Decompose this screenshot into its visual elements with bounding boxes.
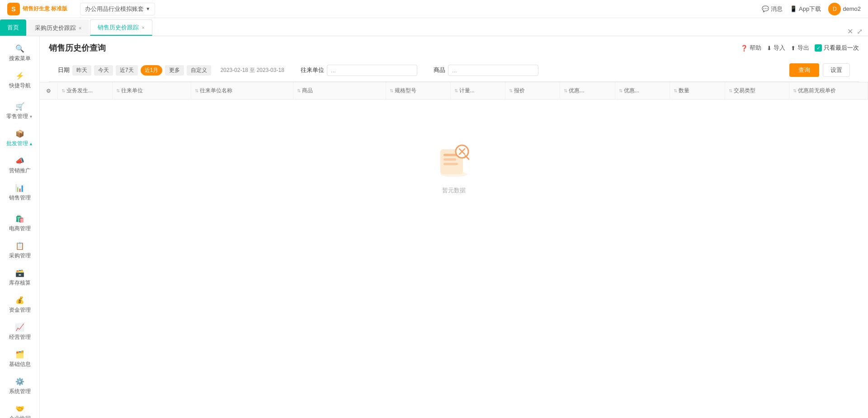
table-header: ⚙ ⇅ 业务发生... ⇅ 往来单位 ⇅ 往来单位名称 ⇅ 商品	[40, 82, 868, 100]
tab-sales[interactable]: 销售历史价跟踪 ×	[90, 19, 152, 36]
user-profile[interactable]: D demo2	[828, 3, 861, 15]
query-button[interactable]: 查询	[789, 63, 819, 77]
product-input[interactable]: ...	[448, 65, 538, 76]
tab-actions: ✕ ⤢	[847, 27, 868, 36]
sidebar-item-search[interactable]: 🔍 搜索菜单	[0, 40, 39, 67]
sidebar-item-finance[interactable]: 💰 资金管理	[0, 291, 39, 318]
sort-icon-unit: ⇅	[116, 88, 120, 93]
svg-rect-4	[443, 163, 458, 165]
checkbox-icon: ✓	[815, 44, 822, 52]
sort-icon-qty: ⇅	[674, 88, 677, 93]
purchase-icon: 📋	[15, 242, 24, 250]
page-actions: ❓ 帮助 ⬇ 导入 ⬆ 导出 ✓ 只看最后一次	[741, 44, 859, 52]
filter-row: 日期 昨天 今天 近7天 近1月 更多 自定义 2023-02-18 至 202…	[49, 59, 859, 82]
th-measure[interactable]: ⇅ 计量...	[451, 82, 505, 99]
th-product[interactable]: ⇅ 商品	[293, 82, 386, 99]
tab-purchase[interactable]: 采购历史价跟踪 ×	[27, 19, 89, 36]
sidebar-item-operations-label: 经营管理	[9, 333, 31, 341]
sidebar-item-purchase[interactable]: 📋 采购管理	[0, 237, 39, 264]
page-header: 销售历史价查询 ❓ 帮助 ⬇ 导入 ⬆ 导出 ✓	[40, 36, 868, 82]
sidebar-item-wholesale-label: 批发管理	[6, 140, 33, 147]
sidebar-item-cooperation[interactable]: 🤝 企业协同	[0, 400, 39, 418]
th-notaxprice[interactable]: ⇅ 优惠前无税单价	[789, 82, 868, 99]
page-title: 销售历史价查询	[49, 43, 106, 53]
operations-icon: 📈	[15, 323, 24, 332]
tab-sales-close[interactable]: ×	[142, 25, 144, 30]
chevron-down-icon: ▼	[146, 6, 150, 11]
message-button[interactable]: 💬 消息	[762, 5, 783, 13]
th-spec[interactable]: ⇅ 规格型号	[386, 82, 450, 99]
th-unitname[interactable]: ⇅ 往来单位名称	[191, 82, 293, 99]
th-price[interactable]: ⇅ 报价	[505, 82, 560, 99]
only-last-label: 只看最后一次	[824, 44, 859, 52]
sidebar-item-marketing[interactable]: 📣 营销推广	[0, 152, 39, 179]
ecommerce-icon: 🛍️	[15, 214, 24, 223]
th-spec-label: 规格型号	[395, 87, 416, 95]
export-button[interactable]: ⬆ 导出	[791, 44, 809, 52]
setting-button[interactable]: 设置	[823, 63, 850, 77]
close-window-button[interactable]: ✕	[847, 27, 853, 36]
sidebar-item-cooperation-label: 企业协同	[9, 415, 31, 418]
th-discount1[interactable]: ⇅ 优惠...	[560, 82, 615, 99]
help-icon: ❓	[741, 45, 748, 52]
sidebar: 🔍 搜索菜单 ⚡ 快捷导航 🛒 零售管理 📦 批发管理 📣 营销推广 📊 销售管…	[0, 36, 40, 418]
date-btn-more[interactable]: 更多	[165, 65, 184, 76]
quicknav-icon: ⚡	[15, 71, 24, 80]
counterparty-placeholder: ...	[331, 67, 336, 74]
empty-icon	[431, 136, 476, 181]
search-icon: 🔍	[15, 44, 24, 53]
help-button[interactable]: ❓ 帮助	[741, 44, 761, 52]
sidebar-item-system[interactable]: ⚙️ 系统管理	[0, 373, 39, 400]
date-btn-1month[interactable]: 近1月	[141, 65, 163, 76]
app-download-label: App下载	[799, 5, 821, 13]
th-gear[interactable]: ⚙	[40, 83, 58, 99]
date-btn-yesterday[interactable]: 昨天	[72, 65, 91, 76]
sidebar-item-ecommerce[interactable]: 🛍️ 电商管理	[0, 210, 39, 237]
logo-icon: S	[7, 3, 20, 15]
svg-rect-3	[443, 158, 456, 161]
import-button[interactable]: ⬇ 导入	[767, 44, 785, 52]
salesmgmt-icon: 📊	[15, 184, 24, 192]
sidebar-item-quicknav[interactable]: ⚡ 快捷导航	[0, 67, 39, 94]
th-qty[interactable]: ⇅ 数量	[670, 82, 725, 99]
tab-purchase-close[interactable]: ×	[79, 25, 81, 31]
th-discount2[interactable]: ⇅ 优惠...	[615, 82, 670, 99]
sort-icon-spec: ⇅	[390, 88, 393, 93]
sidebar-item-wholesale[interactable]: 📦 批发管理	[0, 125, 39, 152]
top-bar: S 销售好生意 标准版 办公用品行业模拟账套 ▼ 💬 消息 📱 App下载 D …	[0, 0, 868, 18]
product-label: 商品	[434, 66, 445, 74]
th-date[interactable]: ⇅ 业务发生...	[58, 82, 113, 99]
logo-area: S 销售好生意 标准版	[7, 3, 67, 15]
date-btn-today[interactable]: 今天	[94, 65, 113, 76]
date-range-display: 2023-02-18 至 2023-03-18	[220, 66, 284, 74]
date-btn-custom[interactable]: 自定义	[187, 65, 211, 76]
sidebar-item-retail[interactable]: 🛒 零售管理	[0, 98, 39, 125]
app-download-button[interactable]: 📱 App下载	[790, 5, 821, 13]
tab-home[interactable]: 首页	[0, 19, 26, 36]
gear-icon: ⚙	[46, 88, 51, 94]
maximize-window-button[interactable]: ⤢	[857, 27, 863, 36]
inventory-icon: 🗃️	[15, 269, 24, 277]
finance-icon: 💰	[15, 296, 24, 304]
avatar: D	[828, 3, 841, 15]
company-selector[interactable]: 办公用品行业模拟账套 ▼	[80, 3, 155, 15]
th-unit[interactable]: ⇅ 往来单位	[113, 82, 191, 99]
basic-icon: 🗂️	[15, 350, 24, 359]
date-label: 日期	[58, 66, 70, 74]
sort-icon-notaxprice: ⇅	[793, 88, 797, 93]
tab-sales-label: 销售历史价跟踪	[98, 24, 139, 32]
content-area: 销售历史价查询 ❓ 帮助 ⬇ 导入 ⬆ 导出 ✓	[40, 36, 868, 418]
date-btn-7days[interactable]: 近7天	[116, 65, 138, 76]
th-unitname-label: 往来单位名称	[200, 87, 232, 95]
sidebar-item-operations[interactable]: 📈 经营管理	[0, 318, 39, 346]
sidebar-item-ecommerce-label: 电商管理	[9, 225, 31, 233]
sidebar-item-basic[interactable]: 🗂️ 基础信息	[0, 346, 39, 373]
sidebar-item-salesmgmt[interactable]: 📊 销售管理	[0, 179, 39, 206]
only-last-checkbox[interactable]: ✓ 只看最后一次	[815, 44, 859, 52]
th-tradetype[interactable]: ⇅ 交易类型	[725, 82, 789, 99]
sidebar-item-marketing-label: 营销推广	[9, 167, 31, 175]
sidebar-item-inventory[interactable]: 🗃️ 库存核算	[0, 264, 39, 291]
counterparty-input[interactable]: ...	[327, 65, 417, 76]
sort-icon-unitname: ⇅	[195, 88, 198, 93]
product-filter: 商品 ...	[434, 65, 538, 76]
